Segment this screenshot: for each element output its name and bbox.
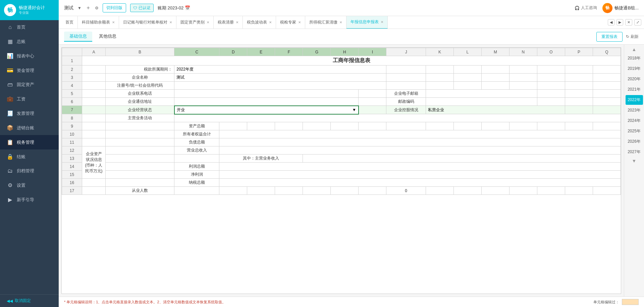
cell-4q[interactable]: [593, 82, 621, 90]
cell-5k[interactable]: [426, 90, 537, 98]
tab-journal[interactable]: 日记账与银行对账单核对 ✕: [119, 16, 176, 29]
cell-6k[interactable]: [426, 98, 537, 106]
cell-2q[interactable]: [593, 65, 621, 74]
cell-17a[interactable]: [82, 187, 106, 195]
sidebar-item-ledger[interactable]: ▦ 总账: [0, 34, 59, 49]
cell-4l[interactable]: [453, 82, 481, 90]
tabs-expand-button[interactable]: ⤢: [634, 19, 641, 26]
cell-6q[interactable]: [593, 98, 621, 106]
cell-17e[interactable]: [247, 187, 275, 195]
col-header-n[interactable]: N: [509, 48, 537, 56]
cell-7p[interactable]: [565, 106, 593, 114]
tab-tax-list[interactable]: 税表清册 ✕: [214, 16, 243, 29]
cell-4c[interactable]: [174, 82, 386, 90]
dropdown-arrow-icon[interactable]: ▼: [77, 6, 82, 10]
cell-17n[interactable]: [509, 187, 537, 195]
cell-3k[interactable]: [426, 74, 453, 82]
col-header-b[interactable]: B: [106, 48, 174, 56]
cell-2k[interactable]: [426, 65, 453, 74]
close-tab-icon[interactable]: ✕: [298, 20, 301, 24]
cell-5a[interactable]: [82, 90, 106, 98]
close-tab-icon[interactable]: ✕: [207, 20, 209, 24]
cell-3p[interactable]: [565, 74, 593, 82]
consult-button[interactable]: 🎧 人工咨询: [575, 5, 597, 11]
cell-5o[interactable]: [537, 90, 565, 98]
close-tab-icon[interactable]: ✕: [169, 20, 172, 24]
cell-17l[interactable]: [453, 187, 481, 195]
dropdown-arrow-icon[interactable]: ▼: [352, 107, 356, 112]
cell-9b[interactable]: [106, 122, 174, 130]
cell-2c[interactable]: 2022年度: [174, 65, 386, 74]
col-header-a[interactable]: A: [82, 48, 106, 56]
cell-17j[interactable]: 0: [386, 187, 426, 195]
year-item-2021[interactable]: 2021年: [626, 85, 643, 94]
cell-2o[interactable]: [537, 65, 565, 74]
tabs-next-button[interactable]: ▶: [616, 19, 623, 26]
col-header-c[interactable]: C: [174, 48, 219, 56]
cell-3j[interactable]: [386, 74, 426, 82]
cell-7k[interactable]: 私营企业: [426, 106, 565, 114]
year-down-icon[interactable]: ▼: [631, 158, 637, 164]
cell-8a[interactable]: [82, 114, 106, 122]
cell-7q[interactable]: [593, 106, 621, 114]
year-item-2027[interactable]: 2027年: [626, 147, 643, 157]
cell-2l[interactable]: [453, 65, 481, 74]
cell-6c[interactable]: [174, 98, 359, 106]
cell-17d[interactable]: [219, 187, 247, 195]
year-item-2026[interactable]: 2026年: [626, 137, 643, 146]
cell-16b[interactable]: [106, 179, 174, 187]
cell-9a[interactable]: [82, 122, 106, 130]
cell-5q[interactable]: [593, 90, 621, 98]
close-tab-icon[interactable]: ✕: [236, 20, 238, 24]
cell-9i[interactable]: [359, 122, 386, 130]
cell-13g[interactable]: [303, 155, 621, 163]
cell-17m[interactable]: [481, 187, 509, 195]
cell-4n[interactable]: [509, 82, 537, 90]
sidebar-item-fund[interactable]: 💳 资金管理: [0, 63, 59, 78]
cell-7c[interactable]: 开业 ▼: [174, 106, 359, 114]
cell-5c[interactable]: [174, 90, 359, 98]
cell-14d[interactable]: [219, 163, 621, 171]
cell-2m[interactable]: [481, 65, 509, 74]
sidebar-item-tax[interactable]: 📋 税务管理: [0, 135, 59, 149]
sidebar-item-asset[interactable]: 🗃 固定资产: [0, 78, 59, 92]
cell-9h[interactable]: [331, 122, 359, 130]
cell-8c[interactable]: [174, 114, 621, 122]
cell-17f[interactable]: [275, 187, 303, 195]
sidebar-item-stock[interactable]: 📦 进销台账: [0, 121, 59, 135]
cell-12b[interactable]: [106, 146, 174, 155]
switch-old-button[interactable]: 切到旧版: [103, 3, 126, 12]
year-item-2023[interactable]: 2023年: [626, 105, 643, 115]
cell-3n[interactable]: [509, 74, 537, 82]
cell-9k[interactable]: [426, 122, 453, 130]
col-header-f[interactable]: F: [275, 48, 303, 56]
col-header-m[interactable]: M: [481, 48, 509, 56]
cell-6p[interactable]: [565, 98, 593, 106]
col-header-p[interactable]: P: [565, 48, 593, 56]
year-item-2020[interactable]: 2020年: [626, 74, 643, 84]
close-tab-icon[interactable]: ✕: [269, 20, 272, 24]
user-menu[interactable]: 畅 畅捷通B组...: [602, 3, 639, 13]
spreadsheet-container[interactable]: A B C D E F G H I J K L M: [61, 47, 621, 294]
sidebar-item-wage[interactable]: 💼 工资: [0, 92, 59, 106]
tab-home[interactable]: 首页: [61, 16, 78, 29]
cell-17o[interactable]: [537, 187, 565, 195]
col-header-i[interactable]: I: [359, 48, 386, 56]
col-header-g[interactable]: G: [303, 48, 331, 56]
cell-15d[interactable]: [219, 171, 621, 179]
tabs-close-button[interactable]: ✕: [625, 19, 632, 26]
cell-17g[interactable]: [303, 187, 331, 195]
tab-annual-report[interactable]: 年报信息申报表 ✕: [346, 16, 388, 29]
cell-4m[interactable]: [481, 82, 509, 90]
tabs-prev-button[interactable]: ◀: [608, 19, 614, 26]
cell-3c[interactable]: 测试: [174, 74, 386, 82]
sidebar-item-setting[interactable]: ⚙ 设置: [0, 178, 59, 192]
cell-5i[interactable]: [359, 90, 386, 98]
cell-3o[interactable]: [537, 74, 565, 82]
cell-9o[interactable]: [537, 122, 565, 130]
sidebar-item-guide[interactable]: ▶ 新手引导: [0, 192, 59, 207]
reset-report-button[interactable]: 重置报表: [596, 32, 623, 42]
cell-5p[interactable]: [565, 90, 593, 98]
col-header-e[interactable]: E: [247, 48, 275, 56]
year-item-2019[interactable]: 2019年: [626, 64, 643, 74]
